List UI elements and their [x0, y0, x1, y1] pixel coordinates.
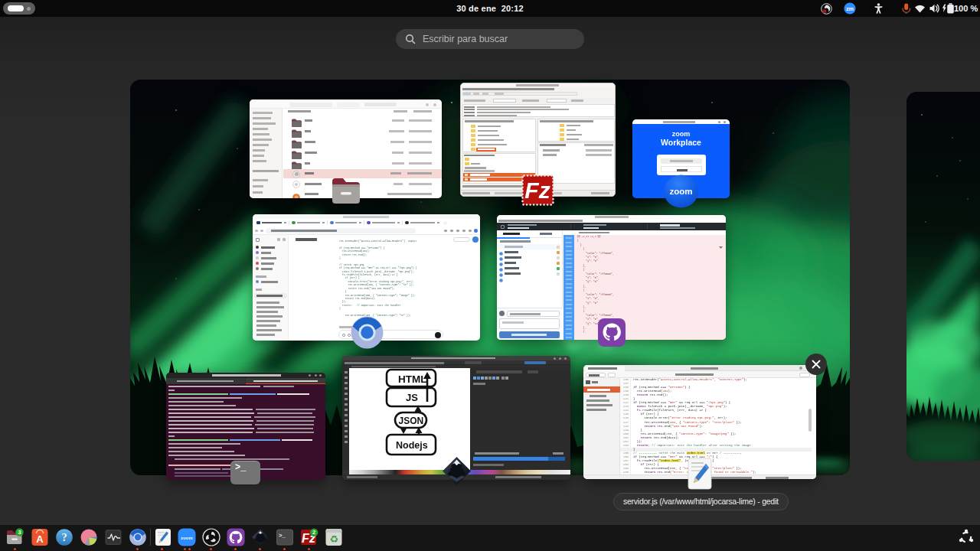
svg-text:Fz: Fz [524, 178, 550, 203]
svg-text:JSON: JSON [399, 416, 424, 426]
svg-text:zoom: zoom [181, 536, 192, 540]
svg-text:JS: JS [406, 392, 418, 403]
svg-text:2: 2 [312, 529, 315, 536]
svg-text:A: A [36, 533, 44, 545]
svg-text:zoom: zoom [669, 187, 692, 196]
svg-text:?: ? [61, 531, 67, 543]
svg-text:♻: ♻ [329, 533, 338, 545]
svg-text:Nodejs: Nodejs [396, 440, 428, 451]
svg-text:>_: >_ [279, 533, 286, 539]
svg-text:HTML: HTML [398, 373, 427, 385]
svg-text:3: 3 [18, 529, 21, 536]
svg-text:zm: zm [846, 6, 854, 11]
